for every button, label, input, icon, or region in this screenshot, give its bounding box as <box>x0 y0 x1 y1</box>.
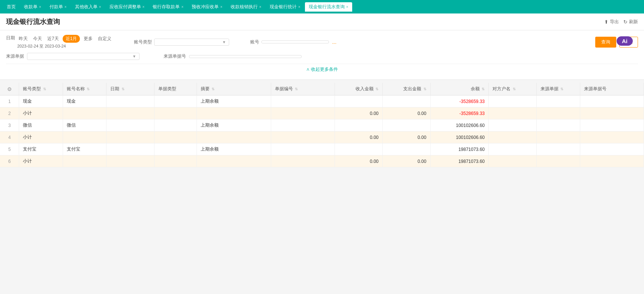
data-table: ⚙ 账号类型 ⇅ 账号名称 ⇅ 日期 ⇅ 单据类型 摘要 <box>0 83 644 167</box>
table-row[interactable]: 2 小计 0.00 0.00 -3528659.33 <box>0 107 644 119</box>
col-date-label: 日期 <box>110 86 119 91</box>
export-icon: ⬆ <box>604 19 608 25</box>
sort-account-type-icon[interactable]: ⇅ <box>43 87 46 91</box>
date-yesterday[interactable]: 昨天 <box>17 35 29 43</box>
close-bank-deposit-icon[interactable]: × <box>181 5 183 9</box>
account-type-label: 账号类型 <box>134 39 152 45</box>
table-row[interactable]: 6 小计 0.00 0.00 19871073.60 <box>0 155 644 167</box>
row-balance: -3528659.33 <box>430 107 489 119</box>
source-doc-select[interactable]: ▼ <box>27 53 140 60</box>
column-settings-icon[interactable]: ⚙ <box>7 86 12 92</box>
col-date[interactable]: 日期 ⇅ <box>107 83 154 96</box>
nav-tab-payments[interactable]: 付款单 × <box>46 2 71 12</box>
sort-summary-icon[interactable]: ⇅ <box>212 87 215 91</box>
sort-income-icon[interactable]: ⇅ <box>375 87 378 91</box>
row-source-doc <box>536 107 580 119</box>
export-button[interactable]: ⬆ 导出 <box>604 19 619 25</box>
close-pre-offset-icon[interactable]: × <box>220 5 222 9</box>
row-counterpart <box>489 131 536 143</box>
date-today[interactable]: 今天 <box>32 35 44 43</box>
row-num: 6 <box>0 155 19 167</box>
close-receipt-verify-icon[interactable]: × <box>259 5 261 9</box>
nav-tab-receipts[interactable]: 收款单 × <box>20 2 45 12</box>
sort-balance-icon[interactable]: ⇅ <box>482 87 485 91</box>
row-counterpart <box>489 143 536 155</box>
row-balance: 19871073.60 <box>430 155 489 167</box>
nav-tab-pre-offset[interactable]: 预收冲应收单 × <box>188 2 226 12</box>
nav-tab-receipt-verify[interactable]: 收款核销执行 × <box>227 2 265 12</box>
col-balance[interactable]: 余额 ⇅ <box>430 83 489 96</box>
col-source-no[interactable]: 来源单据号 <box>580 83 644 96</box>
collapse-more-conditions[interactable]: ∧ 收起更多条件 <box>6 64 638 75</box>
close-ar-ap-icon[interactable]: × <box>143 5 145 9</box>
date-7days[interactable]: 近7天 <box>46 35 60 43</box>
refresh-icon: ↻ <box>623 19 627 25</box>
col-summary[interactable]: 摘要 ⇅ <box>197 83 271 96</box>
account-dots-button[interactable]: ... <box>330 39 338 45</box>
account-input[interactable] <box>261 40 329 43</box>
row-income: 0.00 <box>335 131 382 143</box>
row-date <box>107 107 154 119</box>
refresh-button[interactable]: ↻ 刷新 <box>623 19 638 25</box>
nav-tab-ar-ap-adjust[interactable]: 应收应付调整单 × <box>106 2 149 12</box>
top-navigation: 首页 收款单 × 付款单 × 其他收入单 × 应收应付调整单 × 银行存取款单 … <box>0 0 644 13</box>
close-other-income-icon[interactable]: × <box>99 5 101 9</box>
row-account-name: 支付宝 <box>63 143 107 155</box>
row-source-doc <box>536 143 580 155</box>
sort-account-name-icon[interactable]: ⇅ <box>87 87 90 91</box>
close-cash-bank-stats-icon[interactable]: × <box>298 5 300 9</box>
sort-doc-no-icon[interactable]: ⇅ <box>295 87 298 91</box>
source-doc-no-input[interactable] <box>189 55 302 58</box>
table-row[interactable]: 4 小计 0.00 0.00 100102606.60 <box>0 131 644 143</box>
date-1month[interactable]: 近1月 <box>63 35 80 43</box>
col-income[interactable]: 收入金额 ⇅ <box>335 83 382 96</box>
ai-assistant-button[interactable]: Ai <box>617 36 633 46</box>
table-row[interactable]: 3 微信 微信 上期余额 100102606.60 <box>0 119 644 131</box>
refresh-label: 刷新 <box>629 19 638 25</box>
row-date <box>107 119 154 131</box>
nav-home[interactable]: 首页 <box>3 2 20 12</box>
nav-tab-bank-deposit-label: 银行存取款单 <box>153 4 180 10</box>
sort-date-icon[interactable]: ⇅ <box>122 87 125 91</box>
col-account-name-label: 账号名称 <box>67 86 85 91</box>
sort-expense-icon[interactable]: ⇅ <box>423 87 426 91</box>
close-cash-bank-flow-icon[interactable]: × <box>346 5 348 9</box>
row-date <box>107 143 154 155</box>
row-source-doc <box>536 131 580 143</box>
col-counterpart[interactable]: 对方户名 ⇅ <box>489 83 536 96</box>
col-account-type[interactable]: 账号类型 ⇅ <box>19 83 63 96</box>
table-row[interactable]: 5 支付宝 支付宝 上期余额 19871073.60 <box>0 143 644 155</box>
sort-source-doc-icon[interactable]: ⇅ <box>560 87 563 91</box>
col-settings[interactable]: ⚙ <box>0 83 19 96</box>
col-expense[interactable]: 支出金额 ⇅ <box>383 83 430 96</box>
collapse-label: 收起更多条件 <box>311 67 338 72</box>
row-date <box>107 155 154 167</box>
nav-tab-bank-deposit[interactable]: 银行存取款单 × <box>149 2 187 12</box>
col-source-doc[interactable]: 来源单据 ⇅ <box>536 83 580 96</box>
col-account-name[interactable]: 账号名称 ⇅ <box>63 83 107 96</box>
row-account-type: 微信 <box>19 119 63 131</box>
account-type-select[interactable]: ▼ <box>154 39 229 46</box>
col-doc-no[interactable]: 单据编号 ⇅ <box>271 83 335 96</box>
date-more[interactable]: 更多 <box>82 35 94 43</box>
nav-tab-other-income[interactable]: 其他收入单 × <box>71 2 105 12</box>
row-account-name: 现金 <box>63 96 107 107</box>
close-receipts-icon[interactable]: × <box>39 5 41 9</box>
sort-counterpart-icon[interactable]: ⇅ <box>513 87 516 91</box>
col-doc-type[interactable]: 单据类型 <box>154 83 197 96</box>
col-doc-no-label: 单据编号 <box>275 86 293 91</box>
date-custom[interactable]: 自定义 <box>96 35 113 43</box>
row-income: 0.00 <box>335 107 382 119</box>
nav-tab-receipt-verify-label: 收款核销执行 <box>231 4 258 10</box>
row-account-name <box>63 131 107 143</box>
nav-tab-cash-bank-stats[interactable]: 现金银行统计 × <box>266 2 304 12</box>
close-payments-icon[interactable]: × <box>65 5 67 9</box>
nav-tab-cash-bank-flow[interactable]: 现金银行流水查询 × <box>305 2 352 12</box>
data-table-container: ⚙ 账号类型 ⇅ 账号名称 ⇅ 日期 ⇅ 单据类型 摘要 <box>0 83 644 167</box>
row-summary <box>197 107 271 119</box>
filter-row-1: 日期 昨天 今天 近7天 近1月 更多 自定义 2023-02-24 至 202… <box>6 35 638 49</box>
row-num: 2 <box>0 107 19 119</box>
query-button[interactable]: 查询 <box>595 37 616 48</box>
table-row[interactable]: 1 现金 现金 上期余额 -3528659.33 <box>0 96 644 107</box>
row-summary: 上期余额 <box>197 143 271 155</box>
